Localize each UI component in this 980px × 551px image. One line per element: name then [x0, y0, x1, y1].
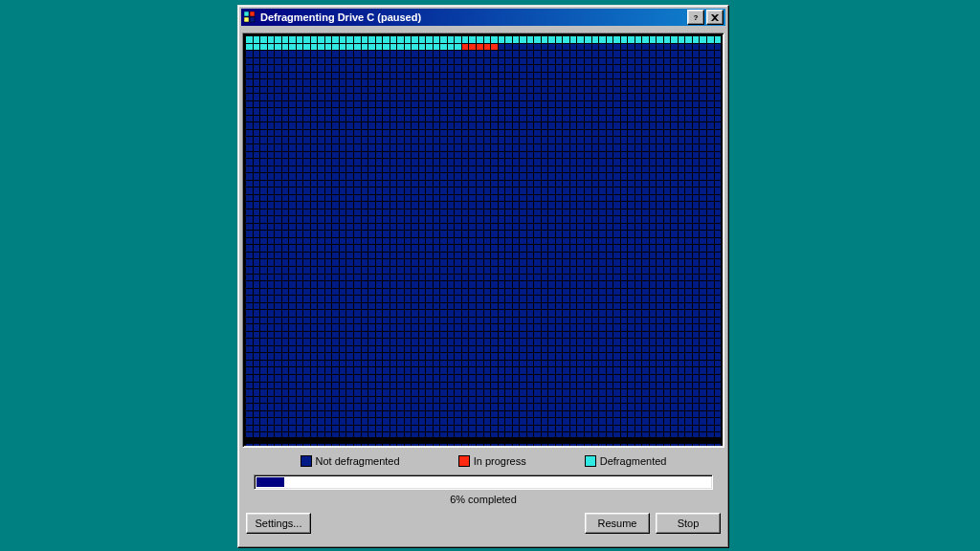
cluster-cell — [289, 339, 296, 345]
cluster-cell — [542, 303, 548, 310]
svg-rect-2 — [244, 17, 249, 22]
cluster-cell — [542, 275, 548, 281]
cluster-cell — [685, 202, 692, 209]
cluster-cell — [390, 383, 397, 389]
cluster-cell — [499, 296, 505, 302]
cluster-cell — [260, 332, 267, 339]
cluster-cell — [542, 202, 548, 209]
cluster-cell — [715, 289, 722, 296]
cluster-cell — [520, 108, 526, 115]
cluster-cell — [657, 332, 663, 339]
cluster-cell — [693, 137, 700, 143]
cluster-cell — [657, 181, 663, 187]
cluster-cell — [332, 426, 339, 432]
cluster-cell — [707, 447, 714, 448]
cluster-cell — [376, 108, 383, 115]
cluster-cell — [577, 36, 584, 43]
cluster-cell — [282, 224, 289, 231]
cluster-cell — [397, 275, 404, 281]
cluster-cell — [346, 122, 353, 129]
cluster-cell — [469, 296, 476, 302]
cluster-cell — [260, 216, 267, 223]
cluster-cell — [491, 361, 498, 367]
cluster-cell — [455, 116, 461, 122]
cluster-cell — [477, 202, 483, 209]
cluster-cell — [607, 310, 613, 317]
settings-button[interactable]: Settings... — [246, 513, 311, 534]
cluster-cell — [657, 44, 663, 51]
cluster-cell — [700, 202, 706, 209]
cluster-cell — [448, 209, 455, 216]
cluster-cell — [318, 318, 324, 324]
cluster-cell — [679, 332, 685, 339]
cluster-cell — [628, 404, 635, 410]
cluster-cell — [607, 259, 613, 266]
cluster-cell — [577, 418, 584, 425]
cluster-cell — [346, 361, 353, 367]
title-bar[interactable]: Defragmenting Drive C (paused) ? — [241, 9, 725, 26]
cluster-cell — [318, 116, 324, 122]
cluster-cell — [440, 116, 447, 122]
cluster-cell — [440, 209, 447, 216]
cluster-cell — [440, 418, 447, 425]
cluster-cell — [548, 122, 555, 129]
cluster-cell — [700, 375, 706, 382]
cluster-cell — [412, 318, 418, 324]
cluster-cell — [513, 339, 520, 345]
cluster-cell — [491, 101, 498, 108]
cluster-cell — [440, 224, 447, 231]
cluster-cell — [548, 159, 555, 165]
cluster-cell — [397, 36, 404, 43]
cluster-cell — [715, 159, 722, 165]
cluster-cell — [685, 122, 692, 129]
cluster-cell — [419, 122, 426, 129]
cluster-cell — [462, 195, 469, 202]
cluster-cell — [707, 202, 714, 209]
cluster-cell — [563, 383, 569, 389]
cluster-cell — [440, 310, 447, 317]
cluster-cell — [282, 245, 289, 252]
cluster-cell — [462, 108, 469, 115]
cluster-cell — [650, 79, 657, 86]
cluster-cell — [527, 36, 534, 43]
cluster-cell — [448, 245, 455, 252]
cluster-cell — [440, 281, 447, 288]
cluster-cell — [685, 259, 692, 266]
cluster-cell — [707, 87, 714, 94]
cluster-cell — [693, 224, 700, 231]
cluster-cell — [462, 397, 469, 404]
cluster-cell — [469, 122, 476, 129]
cluster-cell — [599, 426, 606, 432]
cluster-cell — [527, 339, 534, 345]
cluster-cell — [455, 426, 461, 432]
cluster-cell — [332, 231, 339, 237]
cluster-cell — [715, 187, 722, 194]
cluster-cell — [613, 404, 620, 410]
cluster-cell — [282, 318, 289, 324]
help-button[interactable]: ? — [687, 10, 704, 25]
resume-button[interactable]: Resume — [585, 513, 650, 534]
cluster-cell — [671, 245, 678, 252]
cluster-cell — [657, 144, 663, 151]
cluster-cell — [585, 79, 591, 86]
cluster-cell — [325, 122, 332, 129]
close-button[interactable] — [706, 10, 724, 25]
cluster-cell — [448, 426, 455, 432]
cluster-cell — [462, 324, 469, 331]
cluster-cell — [607, 231, 613, 237]
cluster-cell — [268, 447, 275, 448]
cluster-cell — [484, 275, 491, 281]
cluster-cell — [628, 231, 635, 237]
cluster-cell — [434, 187, 440, 194]
cluster-cell — [303, 447, 310, 448]
cluster-cell — [282, 202, 289, 209]
cluster-cell — [440, 253, 447, 259]
cluster-cell — [534, 231, 541, 237]
cluster-cell — [700, 144, 706, 151]
stop-button[interactable]: Stop — [656, 513, 721, 534]
cluster-cell — [368, 281, 375, 288]
cluster-cell — [303, 73, 310, 79]
cluster-cell — [685, 332, 692, 339]
cluster-cell — [268, 36, 275, 43]
cluster-cell — [693, 303, 700, 310]
